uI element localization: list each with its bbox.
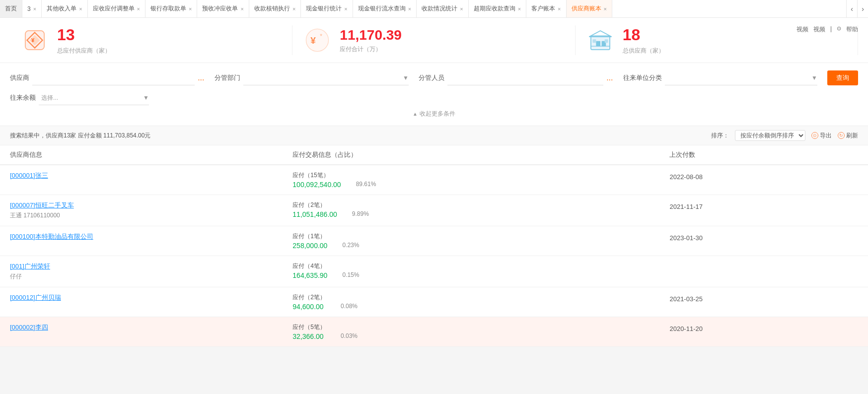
lastpay-cell: 2021-03-25 xyxy=(669,293,858,303)
nav-home[interactable]: 首页 xyxy=(0,0,22,17)
stat2-number: 11,170.39 xyxy=(340,27,565,44)
close-bank-deposit-icon[interactable]: × xyxy=(189,6,192,12)
tx-type-label: 应付（15笔） xyxy=(292,171,341,180)
close-collection-exec-icon[interactable]: × xyxy=(292,6,295,12)
tx-details: 应付（2笔） 94,600.00 xyxy=(292,293,326,311)
dept-chevron-icon: ▼ xyxy=(403,74,409,81)
supplier-info-cell: [000002]李四 xyxy=(10,323,292,332)
svg-point-4 xyxy=(306,29,329,51)
lastpay-cell: 2023-01-30 xyxy=(669,232,858,242)
dept-label: 分管部门 xyxy=(215,73,240,82)
nav-ap-adjustment[interactable]: 应收应付调整单 × xyxy=(88,0,145,17)
video-link-text[interactable]: 视频 xyxy=(813,25,825,34)
nav-collection-stats[interactable]: 收款情况统计 × xyxy=(417,0,468,17)
data-table: 供应商信息 应付交易信息（占比） 上次付数 [000001]张三 应付（15笔）… xyxy=(0,145,868,347)
close-cash-flow-icon[interactable]: × xyxy=(408,6,411,12)
close-overdue-ar-icon[interactable]: × xyxy=(518,6,521,12)
balance-select[interactable]: 选择... xyxy=(39,94,143,101)
col-header-supplier: 供应商信息 xyxy=(10,150,292,159)
supplier-name-link[interactable]: [000001]张三 xyxy=(10,171,292,180)
last-pay-date-value: 2021-03-25 xyxy=(669,293,858,303)
category-select-wrapper: ▼ xyxy=(665,70,818,85)
supplier-input[interactable] xyxy=(32,70,195,85)
supplier-label: 供应商 xyxy=(10,73,29,82)
video-link[interactable]: 视频 xyxy=(796,25,808,34)
stat2-label: 应付合计（万） xyxy=(340,45,565,54)
table-row: [000012]广州贝瑞 应付（2笔） 94,600.00 0.08% 2021… xyxy=(0,287,868,317)
nav-bank-deposit[interactable]: 银行存取款单 × xyxy=(145,0,197,17)
refresh-button[interactable]: ↻ 刷新 xyxy=(838,131,858,140)
nav-supplier-ledger[interactable]: 供应商账本 × xyxy=(567,0,612,17)
supplier-name-link[interactable]: [000012]广州贝瑞 xyxy=(10,293,292,302)
tx-details: 应付（1笔） 258,000.00 xyxy=(292,232,327,250)
close-cash-stats-icon[interactable]: × xyxy=(344,6,347,12)
nav-tab-3[interactable]: 3 × xyxy=(22,0,42,17)
nav-scroll-arrows: ‹ › xyxy=(846,0,868,18)
refresh-icon: ↻ xyxy=(838,132,845,139)
supplier-info-cell: [000007]恒旺二手叉车 王通 17106110000 xyxy=(10,201,292,220)
nav-cash-flow[interactable]: 现金银行流水查询 × xyxy=(353,0,417,17)
close-prepay-ar-icon[interactable]: × xyxy=(240,6,243,12)
help-link-text[interactable]: 帮助 xyxy=(846,25,858,34)
tx-percent-value: 9.89% xyxy=(352,210,369,218)
sort-select[interactable]: 按应付余额倒序排序 xyxy=(735,130,805,141)
balance-label: 往来余额 xyxy=(10,93,36,102)
close-customer-ledger-icon[interactable]: × xyxy=(558,6,561,12)
supplier-info-cell: [001]广州荣轩 仔仔 xyxy=(10,262,292,281)
last-pay-date-value xyxy=(669,262,858,264)
table-row: [000002]李四 应付（5笔） 32,366.00 0.03% 2020-1… xyxy=(0,317,868,347)
tx-percent-value: 0.23% xyxy=(342,242,359,250)
transaction-cell: 应付（2笔） 94,600.00 0.08% xyxy=(292,293,669,311)
tx-info-wrapper: 应付（2笔） 94,600.00 0.08% xyxy=(292,293,669,311)
nav-customer-ledger[interactable]: 客户账本 × xyxy=(526,0,566,17)
tx-amount-value[interactable]: 100,092,540.00 xyxy=(292,181,341,189)
close-supplier-ledger-icon[interactable]: × xyxy=(604,6,607,12)
supplier-name-link[interactable]: [001]广州荣轩 xyxy=(10,262,292,271)
svg-text:¥: ¥ xyxy=(310,35,316,46)
balance-select-wrapper: 选择... ▼ xyxy=(39,90,149,105)
category-label: 往来单位分类 xyxy=(623,73,662,82)
close-tab-3-icon[interactable]: × xyxy=(33,6,36,12)
tx-amount-value[interactable]: 32,366.00 xyxy=(292,332,326,340)
supplier-name-link[interactable]: [000002]李四 xyxy=(10,323,292,332)
transaction-cell: 应付（15笔） 100,092,540.00 89.61% xyxy=(292,171,669,189)
transaction-cell: 应付（4笔） 164,635.90 0.15% xyxy=(292,262,669,279)
supplier-name-link[interactable]: [000100]本特勤油品有限公司 xyxy=(10,232,292,241)
tx-amount-value[interactable]: 164,635.90 xyxy=(292,271,327,279)
dept-select-wrapper: ▼ xyxy=(243,70,409,85)
stat2-info: 11,170.39 应付合计（万） xyxy=(340,27,565,54)
supplier-name-link[interactable]: [000007]恒旺二手叉车 xyxy=(10,201,292,210)
tx-amount-value[interactable]: 258,000.00 xyxy=(292,242,327,250)
person-dots[interactable]: ... xyxy=(606,74,613,82)
person-input[interactable] xyxy=(447,70,603,85)
last-pay-date-value: 2021-11-17 xyxy=(669,201,858,210)
close-collection-stats-icon[interactable]: × xyxy=(460,6,463,12)
dept-select[interactable] xyxy=(243,74,403,81)
svg-rect-11 xyxy=(592,39,596,43)
collapse-button[interactable]: ▲ 收起更多条件 xyxy=(408,108,460,120)
nav-collection-exec[interactable]: 收款核销执行 × xyxy=(249,0,301,17)
export-button[interactable]: ⊙ 导出 xyxy=(811,131,832,140)
close-other-income-icon[interactable]: × xyxy=(79,6,82,12)
nav-arrow-right[interactable]: › xyxy=(857,0,868,18)
tx-amount-value[interactable]: 94,600.00 xyxy=(292,303,326,311)
help-links: 视频 视频 | ⊙ 帮助 xyxy=(796,25,858,34)
supplier-sub-info: 王通 17106110000 xyxy=(10,211,292,220)
result-actions: 排序： 按应付余额倒序排序 ⊙ 导出 ↻ 刷新 xyxy=(711,130,858,141)
tx-amount-value[interactable]: 11,051,486.00 xyxy=(292,210,337,218)
nav-cash-stats[interactable]: 现金银行统计 × xyxy=(301,0,353,17)
supplier-dots[interactable]: ... xyxy=(198,74,204,82)
nav-prepay-ar[interactable]: 预收冲应收单 × xyxy=(197,0,249,17)
table-row: [000007]恒旺二手叉车 王通 17106110000 应付（2笔） 11,… xyxy=(0,195,868,226)
nav-other-income[interactable]: 其他收入单 × xyxy=(42,0,87,17)
nav-overdue-ar[interactable]: 超期应收款查询 × xyxy=(469,0,526,17)
query-button[interactable]: 查询 xyxy=(827,70,858,85)
category-select[interactable] xyxy=(665,74,812,81)
close-ap-adjustment-icon[interactable]: × xyxy=(137,6,140,12)
stat1-label: 总应付供应商（家） xyxy=(57,47,282,55)
top-navigation: 首页 3 × 其他收入单 × 应收应付调整单 × 银行存取款单 × 预收冲应收单… xyxy=(0,0,868,18)
tx-type-label: 应付（4笔） xyxy=(292,262,327,270)
nav-arrow-left[interactable]: ‹ xyxy=(846,0,857,18)
stats-bar: ¥ 13 总应付供应商（家） ¥ * 11,170.39 应付合计（万） xyxy=(0,18,868,63)
filter-row-2: 往来余额 选择... ▼ xyxy=(10,90,858,105)
